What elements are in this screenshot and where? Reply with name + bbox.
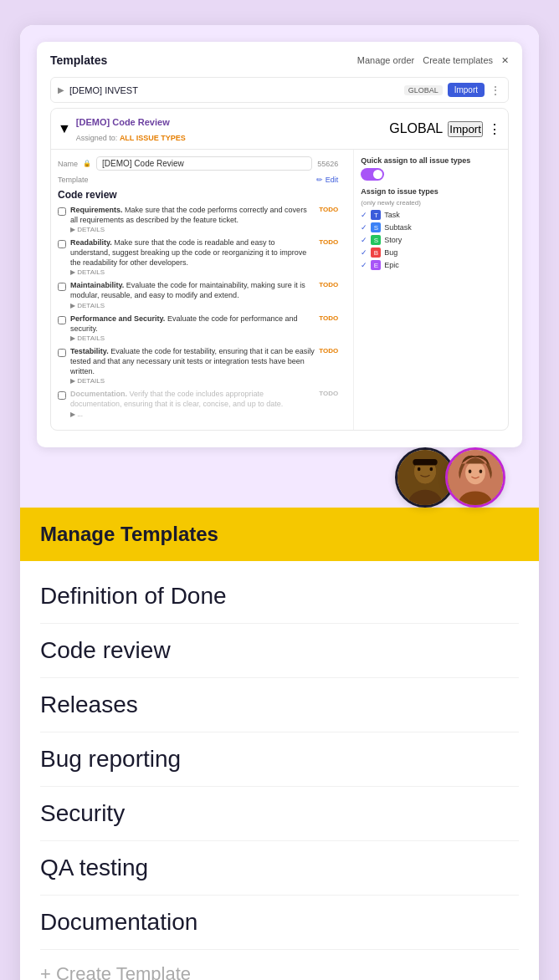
templates-modal: Templates Manage order Create templates … — [37, 42, 522, 447]
create-templates-link[interactable]: Create templates — [423, 55, 493, 65]
avatar-female-face — [448, 450, 503, 505]
story-icon: S — [371, 235, 381, 245]
epic-icon: E — [371, 260, 381, 270]
edit-button[interactable]: ✏ Edit — [316, 176, 338, 184]
tag-global-code-review: GLOBAL — [389, 121, 443, 136]
checkbox-documentation[interactable] — [58, 391, 66, 400]
checkbox-readability[interactable] — [58, 240, 66, 248]
avatar-row — [37, 439, 522, 508]
banner-text: Manage Templates — [40, 523, 218, 545]
yellow-banner: Manage Templates — [20, 508, 539, 561]
issue-type-subtask: ✓ S Subtask — [361, 222, 501, 232]
details-documentation[interactable]: ... — [70, 411, 315, 418]
svg-point-11 — [480, 469, 483, 473]
bug-label: Bug — [384, 248, 397, 257]
chevron-down-icon: ▼ — [58, 121, 71, 136]
menu-item-definition-of-done[interactable]: Definition of Done — [40, 569, 519, 624]
issue-type-bug: ✓ B Bug — [361, 248, 501, 258]
details-readability[interactable]: DETAILS — [70, 268, 315, 276]
checkbox-performance[interactable] — [58, 316, 66, 324]
check-story[interactable]: ✓ — [361, 236, 367, 244]
expanded-header: ▼ [DEMO] Code Review Assigned to: ALL IS… — [51, 109, 508, 150]
epic-label: Epic — [384, 261, 399, 269]
svg-point-9 — [465, 461, 485, 484]
checklist-item-documentation: Documentation. Verify that the code incl… — [58, 390, 338, 417]
tag-global-invest: GLOBAL — [404, 85, 443, 95]
task-icon: T — [371, 210, 381, 220]
right-panel: Quick assign to all issue types Assign t… — [353, 150, 508, 430]
details-performance[interactable]: DETAILS — [70, 334, 315, 342]
details-testability[interactable]: DETAILS — [70, 377, 315, 385]
subtask-label: Subtask — [384, 223, 412, 232]
issue-type-task: ✓ T Task — [361, 210, 501, 220]
todo-badge-readability: TODO — [319, 238, 338, 246]
menu-item-code-review[interactable]: Code review — [40, 624, 519, 678]
main-card: Templates Manage order Create templates … — [20, 25, 539, 980]
template-label: Template — [58, 176, 89, 184]
checklist-item-requirements: Requirements. Make sure that the code pe… — [58, 206, 338, 233]
todo-badge-maintainability: TODO — [319, 281, 338, 288]
todo-badge-requirements: TODO — [319, 206, 338, 213]
template-name-code-review: [DEMO] Code Review — [76, 117, 170, 127]
checkbox-requirements[interactable] — [58, 207, 66, 216]
story-label: Story — [384, 236, 402, 244]
assign-subtitle: (only newly created) — [361, 199, 501, 207]
create-template-button[interactable]: + Create Template — [40, 950, 519, 980]
checklist-item-readability: Readability. Make sure that the code is … — [58, 238, 338, 276]
menu-item-qa-testing[interactable]: QA testing — [40, 841, 519, 896]
import-button-code-review[interactable]: Import — [448, 121, 483, 137]
checklist-item-testability: Testability. Evaluate the code for testa… — [58, 347, 338, 385]
checklist-item-maintainability: Maintainability. Evaluate the code for m… — [58, 281, 338, 309]
section-title: Code review — [58, 189, 338, 201]
quick-assign-toggle[interactable] — [361, 168, 384, 181]
toggle-container[interactable] — [361, 168, 501, 181]
checkbox-maintainability[interactable] — [58, 283, 66, 291]
template-name-invest: [DEMO] INVEST — [69, 85, 399, 95]
todo-badge-testability: TODO — [319, 347, 338, 355]
modal-actions: Manage order Create templates ✕ — [357, 55, 509, 65]
details-requirements[interactable]: DETAILS — [70, 226, 315, 233]
svg-point-10 — [469, 469, 472, 473]
name-field-row: Name 🔒 55626 — [58, 156, 338, 171]
check-subtask[interactable]: ✓ — [361, 223, 367, 232]
more-options-icon-invest[interactable]: ⋮ — [490, 84, 501, 97]
manage-order-link[interactable]: Manage order — [357, 55, 415, 65]
expanded-body: Name 🔒 55626 Template ✏ Edit Code review — [51, 150, 508, 430]
details-maintainability[interactable]: DETAILS — [70, 302, 315, 309]
svg-point-4 — [418, 467, 421, 471]
name-input[interactable] — [96, 156, 312, 171]
left-panel: Name 🔒 55626 Template ✏ Edit Code review — [51, 150, 345, 430]
more-options-icon-code-review[interactable]: ⋮ — [488, 121, 501, 137]
close-icon[interactable]: ✕ — [501, 56, 509, 65]
checklist-item-performance: Performance and Security. Evaluate the c… — [58, 314, 338, 342]
id-icon: 🔒 — [83, 160, 91, 167]
todo-badge-documentation: TODO — [319, 390, 338, 397]
check-epic[interactable]: ✓ — [361, 261, 367, 269]
menu-item-bug-reporting[interactable]: Bug reporting — [40, 732, 519, 787]
import-button-invest[interactable]: Import — [448, 83, 485, 97]
chevron-right-icon: ▶ — [58, 85, 64, 94]
name-label: Name — [58, 160, 78, 168]
quick-assign-title: Quick assign to all issue types — [361, 156, 501, 165]
menu-list: Definition of Done Code review Releases … — [20, 561, 539, 980]
svg-point-5 — [430, 467, 433, 471]
check-task[interactable]: ✓ — [361, 211, 367, 219]
issue-type-epic: ✓ E Epic — [361, 260, 501, 270]
issue-type-story: ✓ S Story — [361, 235, 501, 245]
avatar-female — [445, 447, 505, 508]
template-row-invest: ▶ [DEMO] INVEST GLOBAL Import ⋮ — [50, 77, 509, 103]
id-value: 55626 — [317, 160, 338, 168]
assigned-label: Assigned to: — [76, 134, 120, 142]
check-bug[interactable]: ✓ — [361, 248, 367, 257]
assigned-types: ALL ISSUE TYPES — [120, 134, 186, 142]
screenshot-panel: Templates Manage order Create templates … — [20, 25, 539, 508]
modal-title: Templates — [50, 54, 107, 67]
menu-item-releases[interactable]: Releases — [40, 678, 519, 732]
template-row-code-review: ▼ [DEMO] Code Review Assigned to: ALL IS… — [50, 108, 509, 431]
todo-badge-performance: TODO — [319, 314, 338, 322]
menu-item-security[interactable]: Security — [40, 787, 519, 841]
bug-icon: B — [371, 248, 381, 258]
assign-title: Assign to issue types — [361, 187, 501, 196]
checkbox-testability[interactable] — [58, 349, 66, 357]
menu-item-documentation[interactable]: Documentation — [40, 896, 519, 950]
